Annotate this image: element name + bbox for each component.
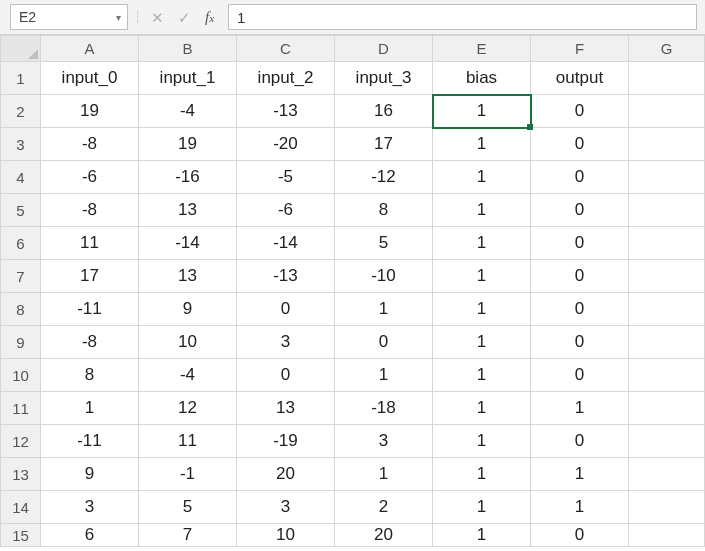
- cell[interactable]: 1: [433, 293, 531, 326]
- cell[interactable]: 1: [433, 458, 531, 491]
- cell[interactable]: [629, 326, 705, 359]
- cell[interactable]: 3: [41, 491, 139, 524]
- cell[interactable]: 6: [41, 524, 139, 547]
- cell[interactable]: 13: [139, 260, 237, 293]
- cell[interactable]: [629, 359, 705, 392]
- cell[interactable]: 0: [237, 293, 335, 326]
- cell[interactable]: 1: [433, 392, 531, 425]
- row-head[interactable]: 6: [1, 227, 41, 260]
- cell[interactable]: -8: [41, 194, 139, 227]
- cell[interactable]: 8: [335, 194, 433, 227]
- col-head-G[interactable]: G: [629, 36, 705, 62]
- row-head[interactable]: 4: [1, 161, 41, 194]
- cell[interactable]: -10: [335, 260, 433, 293]
- row-head[interactable]: 8: [1, 293, 41, 326]
- cell[interactable]: 5: [335, 227, 433, 260]
- cell[interactable]: 1: [433, 491, 531, 524]
- cell[interactable]: 1: [335, 359, 433, 392]
- cell[interactable]: -19: [237, 425, 335, 458]
- cell[interactable]: 1: [335, 458, 433, 491]
- cell[interactable]: [629, 128, 705, 161]
- cell[interactable]: -5: [237, 161, 335, 194]
- row-head[interactable]: 14: [1, 491, 41, 524]
- cell[interactable]: 1: [433, 227, 531, 260]
- cell[interactable]: 2: [335, 491, 433, 524]
- cell[interactable]: 8: [41, 359, 139, 392]
- col-head-E[interactable]: E: [433, 36, 531, 62]
- cell[interactable]: 0: [531, 194, 629, 227]
- row-head[interactable]: 5: [1, 194, 41, 227]
- cell[interactable]: 3: [335, 425, 433, 458]
- cell[interactable]: 0: [531, 161, 629, 194]
- col-head-F[interactable]: F: [531, 36, 629, 62]
- cell[interactable]: 0: [237, 359, 335, 392]
- cell[interactable]: 0: [531, 359, 629, 392]
- cell[interactable]: 1: [41, 392, 139, 425]
- cell[interactable]: 20: [335, 524, 433, 547]
- cell[interactable]: 0: [531, 260, 629, 293]
- cell[interactable]: input_0: [41, 62, 139, 95]
- cell[interactable]: [629, 194, 705, 227]
- cell[interactable]: 5: [139, 491, 237, 524]
- cell[interactable]: -8: [41, 128, 139, 161]
- row-head[interactable]: 9: [1, 326, 41, 359]
- cell[interactable]: [629, 458, 705, 491]
- cell[interactable]: 20: [237, 458, 335, 491]
- cell[interactable]: 1: [433, 524, 531, 547]
- cell[interactable]: [629, 227, 705, 260]
- cell[interactable]: 1: [433, 260, 531, 293]
- cell-selected[interactable]: 1: [433, 95, 531, 128]
- cell[interactable]: 12: [139, 392, 237, 425]
- cell[interactable]: [629, 161, 705, 194]
- cell[interactable]: -16: [139, 161, 237, 194]
- cell[interactable]: -6: [237, 194, 335, 227]
- row-head[interactable]: 10: [1, 359, 41, 392]
- col-head-B[interactable]: B: [139, 36, 237, 62]
- row-head[interactable]: 15: [1, 524, 41, 547]
- name-box[interactable]: E2 ▾: [10, 4, 128, 30]
- cell[interactable]: 0: [531, 128, 629, 161]
- cell[interactable]: -13: [237, 260, 335, 293]
- cell[interactable]: -18: [335, 392, 433, 425]
- cell[interactable]: 0: [531, 425, 629, 458]
- cell[interactable]: -13: [237, 95, 335, 128]
- cell[interactable]: 17: [41, 260, 139, 293]
- cell[interactable]: 1: [433, 359, 531, 392]
- col-head-A[interactable]: A: [41, 36, 139, 62]
- select-all-corner[interactable]: [1, 36, 41, 62]
- cell[interactable]: 17: [335, 128, 433, 161]
- formula-input[interactable]: 1: [228, 4, 697, 30]
- cell[interactable]: 0: [531, 95, 629, 128]
- cell[interactable]: -14: [139, 227, 237, 260]
- row-head[interactable]: 1: [1, 62, 41, 95]
- cell[interactable]: 1: [433, 326, 531, 359]
- row-head[interactable]: 2: [1, 95, 41, 128]
- cell[interactable]: -12: [335, 161, 433, 194]
- cell[interactable]: 10: [237, 524, 335, 547]
- cell[interactable]: -4: [139, 95, 237, 128]
- cell[interactable]: 16: [335, 95, 433, 128]
- cell[interactable]: 3: [237, 326, 335, 359]
- check-icon[interactable]: ✓: [178, 10, 191, 25]
- col-head-D[interactable]: D: [335, 36, 433, 62]
- cell[interactable]: 3: [237, 491, 335, 524]
- cell[interactable]: -1: [139, 458, 237, 491]
- cell[interactable]: -6: [41, 161, 139, 194]
- cell[interactable]: 11: [139, 425, 237, 458]
- cell[interactable]: 1: [433, 161, 531, 194]
- cell[interactable]: output: [531, 62, 629, 95]
- cell[interactable]: 0: [531, 524, 629, 547]
- fill-handle[interactable]: [527, 124, 533, 130]
- cell[interactable]: 1: [433, 194, 531, 227]
- cell[interactable]: 9: [41, 458, 139, 491]
- cell[interactable]: 10: [139, 326, 237, 359]
- cell[interactable]: 1: [433, 425, 531, 458]
- row-head[interactable]: 3: [1, 128, 41, 161]
- row-head[interactable]: 11: [1, 392, 41, 425]
- cell[interactable]: 0: [531, 227, 629, 260]
- cell[interactable]: 7: [139, 524, 237, 547]
- cell[interactable]: 9: [139, 293, 237, 326]
- cancel-icon[interactable]: ✕: [151, 10, 164, 25]
- cell[interactable]: input_1: [139, 62, 237, 95]
- cell[interactable]: 11: [41, 227, 139, 260]
